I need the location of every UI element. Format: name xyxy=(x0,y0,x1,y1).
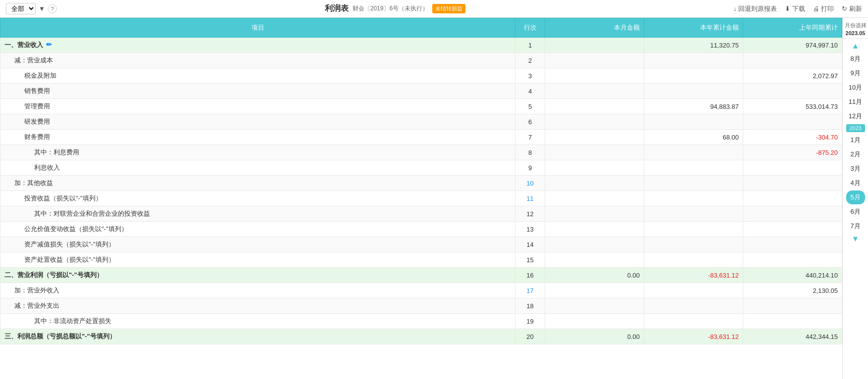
cell-year xyxy=(644,206,743,222)
cell-prev xyxy=(743,176,842,191)
cell-prev xyxy=(743,206,842,222)
cell-month: 0.00 xyxy=(545,268,644,283)
cell-year: 11,320.75 xyxy=(644,38,743,53)
cell-month xyxy=(545,314,644,329)
month-item[interactable]: 3月 xyxy=(846,162,865,176)
cell-month: 0.00 xyxy=(545,329,644,344)
cell-year xyxy=(644,283,743,298)
cell-month xyxy=(545,176,644,191)
header-month: 本月金额 xyxy=(545,18,644,38)
table-row: 财务费用768.00-304.70 xyxy=(0,130,842,145)
cell-year xyxy=(644,314,743,329)
cell-item: 财务费用 xyxy=(0,130,515,145)
cell-row-num: 6 xyxy=(515,114,545,130)
cell-row-num: 12 xyxy=(515,206,545,222)
cell-row-num: 4 xyxy=(515,84,545,99)
sidebar-title: 月份选择 2023.05 xyxy=(843,20,868,39)
cell-prev xyxy=(743,191,842,206)
table-row: 减：营业外支出18 xyxy=(0,298,842,314)
cell-prev xyxy=(743,298,842,314)
cell-prev: 533,014.73 xyxy=(743,99,842,114)
cell-prev: 974,997.10 xyxy=(743,38,842,53)
table-row: 其中：对联营企业和合营企业的投资收益12 xyxy=(0,206,842,222)
divider: ▼ xyxy=(39,5,45,12)
cell-prev xyxy=(743,237,842,252)
header-row: 行次 xyxy=(515,18,545,38)
month-item[interactable]: 7月 xyxy=(846,219,865,233)
cell-item: 三、利润总额（亏损总额以"-"号填列） xyxy=(0,329,515,344)
month-item[interactable]: 2月 xyxy=(846,147,865,161)
cell-item: 资产减值损失（损失以"-"填列） xyxy=(0,237,515,252)
cell-year xyxy=(644,191,743,206)
cell-row-num: 3 xyxy=(515,68,545,84)
table-row: 税金及附加32,072.97 xyxy=(0,68,842,84)
cell-row-num: 2 xyxy=(515,53,545,68)
cell-month xyxy=(545,53,644,68)
cell-month xyxy=(545,84,644,99)
sidebar-year: 2023.05 xyxy=(844,30,867,36)
cell-month xyxy=(545,68,644,84)
prev-arrow[interactable]: ▲ xyxy=(852,41,860,51)
cell-year xyxy=(644,145,743,160)
cell-prev: 442,344.15 xyxy=(743,329,842,344)
month-item[interactable]: 10月 xyxy=(846,81,865,95)
cell-row-num: 8 xyxy=(515,145,545,160)
cell-year xyxy=(644,252,743,268)
cell-item: 投资收益（损失以"-"填列） xyxy=(0,191,515,206)
cell-month xyxy=(545,99,644,114)
back-button[interactable]: ↓ 回退到原报表 xyxy=(733,4,777,13)
cell-item: 其中：对联营企业和合营企业的投资收益 xyxy=(0,206,515,222)
table-row: 减：营业成本2 xyxy=(0,53,842,68)
cell-month xyxy=(545,114,644,130)
edit-icon[interactable]: ✏ xyxy=(46,41,52,48)
month-item[interactable]: 9月 xyxy=(846,66,865,80)
month-item[interactable]: 8月 xyxy=(846,52,865,66)
scope-select[interactable]: 全部 xyxy=(6,3,36,14)
toolbar: ↓ 回退到原报表 ⬇ 下载 🖨 打印 ↻ 刷新 xyxy=(733,4,862,13)
help-icon[interactable]: ? xyxy=(48,4,57,13)
main-table-area: 项目 行次 本月金额 本年累计金额 上年同期累计 一、营业收入✏111,320.… xyxy=(0,18,842,379)
cell-prev xyxy=(743,252,842,268)
table-row: 公允价值变动收益（损失以"-"填列）13 xyxy=(0,222,842,237)
month-item[interactable]: 12月 xyxy=(846,109,865,123)
refresh-button[interactable]: ↻ 刷新 xyxy=(842,4,862,13)
cell-row-num: 17 xyxy=(515,283,545,298)
cell-month xyxy=(545,283,644,298)
cell-row-num: 20 xyxy=(515,329,545,344)
table-row: 加：营业外收入172,130.05 xyxy=(0,283,842,298)
month-item[interactable]: 11月 xyxy=(846,95,865,109)
header-prev: 上年同期累计 xyxy=(743,18,842,38)
cell-year xyxy=(644,53,743,68)
cell-row-num: 1 xyxy=(515,38,545,53)
next-arrow[interactable]: ▼ xyxy=(852,234,860,244)
print-button[interactable]: 🖨 打印 xyxy=(813,4,834,13)
cell-item: 管理费用 xyxy=(0,99,515,114)
cell-item: 公允价值变动收益（损失以"-"填列） xyxy=(0,222,515,237)
status-badge: 未结转损益 xyxy=(432,4,465,13)
month-item[interactable]: 5月 xyxy=(846,190,865,204)
month-item[interactable]: 6月 xyxy=(846,205,865,219)
cell-prev: 2,072.97 xyxy=(743,68,842,84)
cell-month xyxy=(545,252,644,268)
cell-year xyxy=(644,237,743,252)
cell-year: -83,631.12 xyxy=(644,268,743,283)
cell-month xyxy=(545,145,644,160)
month-item[interactable]: 1月 xyxy=(846,133,865,147)
cell-item: 一、营业收入✏ xyxy=(0,38,515,53)
month-item[interactable]: 2023 xyxy=(846,124,865,132)
month-item[interactable]: 4月 xyxy=(846,176,865,190)
cell-row-num: 9 xyxy=(515,160,545,176)
cell-item: 加：其他收益 xyxy=(0,176,515,191)
title-area: 利润表 财会〔2019〕6号（未执行） 未结转损益 xyxy=(325,3,465,14)
table-row: 加：其他收益10 xyxy=(0,176,842,191)
cell-prev xyxy=(743,84,842,99)
cell-row-num: 14 xyxy=(515,237,545,252)
table-row: 三、利润总额（亏损总额以"-"号填列）200.00-83,631.12442,3… xyxy=(0,329,842,344)
cell-month xyxy=(545,130,644,145)
download-button[interactable]: ⬇ 下载 xyxy=(785,4,805,13)
cell-prev xyxy=(743,160,842,176)
cell-year: -83,631.12 xyxy=(644,329,743,344)
table-row: 销售费用4 xyxy=(0,84,842,99)
cell-row-num: 15 xyxy=(515,252,545,268)
table-row: 其中：非流动资产处置损失19 xyxy=(0,314,842,329)
